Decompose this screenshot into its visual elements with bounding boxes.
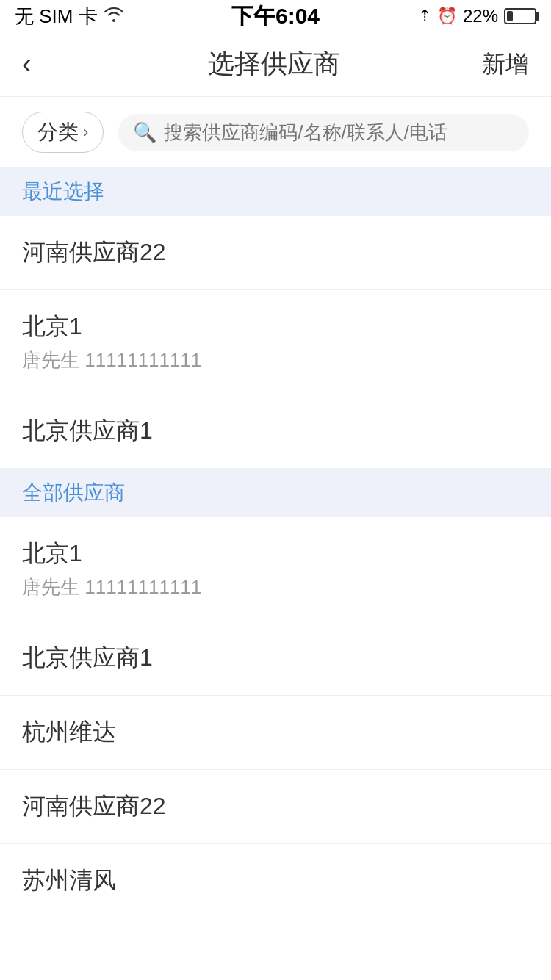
status-right: ⇡ ⏰ 22% (418, 6, 536, 26)
sections-container: 最近选择河南供应商22北京1唐先生 11111111111北京供应商1全部供应商… (0, 167, 551, 918)
status-bar: 无 SIM 卡 下午6:04 ⇡ ⏰ 22% (0, 0, 551, 32)
item-name: 苏州清风 (22, 865, 529, 897)
page-title: 选择供应商 (208, 46, 340, 82)
item-sub: 唐先生 11111111111 (22, 574, 529, 600)
category-filter[interactable]: 分类 › (22, 112, 104, 153)
list-item[interactable]: 苏州清风 (0, 844, 551, 918)
item-name: 北京1 (22, 538, 529, 570)
item-name: 北京供应商1 (22, 642, 529, 674)
nav-bar: ‹ 选择供应商 新增 (0, 32, 551, 97)
back-button[interactable]: ‹ (22, 48, 66, 80)
section-header-all: 全部供应商 (0, 469, 551, 517)
status-time: 下午6:04 (231, 1, 320, 32)
list-item[interactable]: 河南供应商22 (0, 216, 551, 290)
item-name: 北京1 (22, 311, 529, 343)
list-item[interactable]: 杭州维达 (0, 696, 551, 770)
list-item[interactable]: 北京1唐先生 11111111111 (0, 290, 551, 394)
item-name: 河南供应商22 (22, 237, 529, 269)
wifi-icon (104, 5, 124, 28)
chevron-right-icon: › (83, 123, 88, 142)
section-header-text-all: 全部供应商 (22, 481, 125, 504)
carrier-text: 无 SIM 卡 (15, 4, 98, 29)
add-button[interactable]: 新增 (482, 48, 529, 81)
list-item[interactable]: 北京1唐先生 11111111111 (0, 517, 551, 621)
search-box[interactable]: 🔍 (118, 114, 529, 151)
search-input[interactable] (164, 121, 514, 144)
filter-bar: 分类 › 🔍 (0, 97, 551, 167)
section-header-text-recent: 最近选择 (22, 180, 104, 203)
location-icon: ⇡ (418, 7, 431, 26)
item-name: 北京供应商1 (22, 415, 529, 447)
list-item[interactable]: 北京供应商1 (0, 621, 551, 696)
category-label: 分类 (37, 118, 79, 146)
list-item[interactable]: 河南供应商22 (0, 770, 551, 844)
section-header-recent: 最近选择 (0, 167, 551, 216)
item-name: 河南供应商22 (22, 790, 529, 823)
alarm-icon: ⏰ (437, 7, 457, 26)
list-item[interactable]: 北京供应商1 (0, 394, 551, 469)
battery-icon (504, 8, 536, 24)
search-icon: 🔍 (133, 121, 156, 144)
status-left: 无 SIM 卡 (15, 4, 124, 29)
item-sub: 唐先生 11111111111 (22, 347, 529, 373)
battery-percent: 22% (463, 6, 498, 26)
item-name: 杭州维达 (22, 716, 529, 749)
